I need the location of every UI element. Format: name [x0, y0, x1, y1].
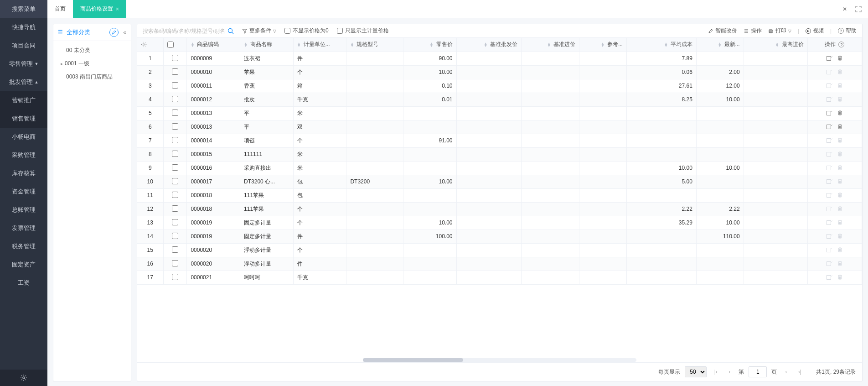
category-node[interactable]: 00 未分类 — [53, 44, 131, 57]
sort-icon[interactable]: ▲▼ — [191, 42, 194, 47]
table-row[interactable]: 120000018111苹果个2.222.22 — [137, 202, 862, 216]
sidebar-subitem[interactable]: 营销推广 — [0, 91, 47, 110]
sort-icon[interactable]: ▲▼ — [244, 42, 248, 47]
table-row[interactable]: 60000013平双 — [137, 120, 862, 134]
table-row[interactable]: 170000021呵呵呵千克 — [137, 271, 862, 284]
sidebar-subitem[interactable]: 销售管理 — [0, 110, 47, 128]
per-page-select[interactable]: 50 — [685, 366, 707, 377]
sidebar-item[interactable]: 总账管理 — [0, 201, 47, 219]
sidebar-item[interactable]: 搜索菜单 — [0, 0, 47, 18]
table-row[interactable]: 20000010苹果个10.000.062.00 — [137, 65, 862, 79]
row-edit-icon[interactable] — [826, 110, 832, 116]
column-header[interactable]: 操作? — [807, 38, 862, 52]
row-checkbox[interactable] — [172, 96, 178, 102]
table-row[interactable]: 80000015111111米 — [137, 147, 862, 161]
table-row[interactable]: 90000016采购直接出米10.0010.00 — [137, 161, 862, 175]
tab[interactable]: 首页 — [47, 0, 73, 18]
column-header[interactable]: ▲▼零售价 — [403, 38, 456, 52]
sort-icon[interactable]: ▲▼ — [547, 42, 551, 47]
gear-icon[interactable] — [141, 42, 147, 47]
row-checkbox[interactable] — [172, 164, 178, 171]
column-header[interactable] — [163, 38, 187, 52]
sort-icon[interactable]: ▲▼ — [297, 42, 301, 47]
column-header[interactable]: ▲▼最新... — [696, 38, 744, 52]
row-checkbox[interactable] — [172, 178, 178, 184]
search-input[interactable] — [143, 28, 225, 34]
sidebar-item[interactable]: 采购管理 — [0, 146, 47, 164]
search-icon[interactable] — [227, 28, 234, 34]
sort-icon[interactable]: ▲▼ — [718, 42, 722, 47]
help-button[interactable]: ? 帮助 — [838, 27, 857, 35]
row-checkbox[interactable] — [172, 205, 178, 212]
sidebar-item[interactable]: 小畅电商 — [0, 128, 47, 146]
row-checkbox[interactable] — [172, 274, 178, 280]
last-page-button[interactable]: ›| — [795, 367, 804, 376]
sidebar-item[interactable]: 项目合同 — [0, 37, 47, 55]
sidebar-item[interactable]: 库存核算 — [0, 164, 47, 183]
print-button[interactable]: 打印 ▽ — [768, 27, 791, 35]
row-checkbox[interactable] — [172, 260, 178, 266]
sidebar-item[interactable]: 资金管理 — [0, 183, 47, 201]
column-header[interactable]: ▲▼参考... — [579, 38, 627, 52]
select-all-checkbox[interactable] — [167, 42, 174, 48]
operations-button[interactable]: 操作 — [744, 27, 762, 35]
settings-button[interactable] — [0, 370, 47, 386]
column-header[interactable]: ▲▼规格型号 — [346, 38, 403, 52]
column-header[interactable]: ▲▼商品名称 — [240, 38, 294, 52]
prev-page-button[interactable]: ‹ — [725, 367, 734, 376]
category-node[interactable]: 0001 一级 — [53, 57, 131, 70]
table-row[interactable]: 70000014项链个91.00 — [137, 134, 862, 147]
next-page-button[interactable]: › — [781, 367, 790, 376]
table-row[interactable]: 160000020浮动多计量件 — [137, 257, 862, 271]
sidebar-item[interactable]: 税务管理 — [0, 237, 47, 256]
sort-icon[interactable]: ▲▼ — [484, 42, 487, 47]
table-row[interactable]: 50000013平米 — [137, 106, 862, 120]
table-row[interactable]: 110000018111苹果包 — [137, 188, 862, 202]
column-header[interactable]: ▲▼基准进价 — [522, 38, 579, 52]
table-row[interactable]: 10000009连衣裙件90.007.89 — [137, 52, 862, 65]
sidebar-item[interactable]: 工资 — [0, 274, 47, 292]
smart-edit-button[interactable]: 智能改价 — [708, 27, 737, 35]
row-delete-icon[interactable] — [837, 110, 843, 116]
row-checkbox[interactable] — [172, 110, 178, 116]
sidebar-item[interactable]: 快捷导航 — [0, 18, 47, 37]
first-page-button[interactable]: |‹ — [711, 367, 720, 376]
row-edit-icon[interactable] — [826, 124, 832, 130]
column-header[interactable] — [137, 38, 163, 52]
sidebar-item[interactable]: 发票管理 — [0, 219, 47, 237]
row-edit-icon[interactable] — [826, 55, 832, 62]
row-checkbox[interactable] — [172, 246, 178, 253]
table-row[interactable]: 140000019固定多计量件100.00110.00 — [137, 230, 862, 243]
data-grid[interactable]: ▲▼商品编码▲▼商品名称▲▼计量单位...▲▼规格型号▲▼零售价▲▼基准批发价▲… — [137, 38, 862, 357]
column-header[interactable]: ▲▼最高进价 — [744, 38, 807, 52]
row-checkbox[interactable] — [172, 55, 178, 61]
column-header[interactable]: ▲▼平均成本 — [626, 38, 696, 52]
main-unit-only-checkbox[interactable]: 只显示主计量价格 — [337, 27, 389, 35]
row-delete-icon[interactable] — [837, 124, 843, 130]
sidebar-item[interactable]: 批发管理▲ — [0, 73, 47, 91]
row-checkbox[interactable] — [172, 192, 178, 198]
column-header[interactable]: ▲▼基准批发价 — [456, 38, 522, 52]
table-row[interactable]: 40000012批次千克0.018.2510.00 — [137, 93, 862, 106]
category-edit-button[interactable] — [109, 28, 119, 37]
sort-icon[interactable]: ▲▼ — [601, 42, 604, 47]
category-collapse-button[interactable]: « — [123, 29, 126, 36]
sidebar-item[interactable]: 固定资产 — [0, 256, 47, 274]
page-input[interactable] — [749, 366, 767, 377]
row-checkbox[interactable] — [172, 82, 178, 89]
more-filters-button[interactable]: 更多条件 ▽ — [242, 27, 276, 35]
horizontal-scrollbar[interactable] — [137, 357, 862, 362]
hide-zero-checkbox[interactable]: 不显示价格为0 — [284, 27, 329, 35]
table-row[interactable]: 150000020浮动多计量个 — [137, 243, 862, 257]
table-row[interactable]: 100000017DT3200 心...包DT320010.005.00 — [137, 175, 862, 188]
sort-icon[interactable]: ▲▼ — [350, 42, 354, 47]
tab-close-icon[interactable]: × — [116, 6, 119, 12]
row-checkbox[interactable] — [172, 219, 178, 225]
sort-icon[interactable]: ▲▼ — [430, 42, 434, 47]
table-row[interactable]: 30000011香蕉箱0.1027.6112.00 — [137, 79, 862, 93]
fullscreen-icon[interactable] — [853, 4, 863, 14]
row-delete-icon[interactable] — [837, 55, 843, 62]
column-header[interactable]: ▲▼商品编码 — [187, 38, 240, 52]
row-checkbox[interactable] — [172, 233, 178, 239]
row-checkbox[interactable] — [172, 68, 178, 75]
